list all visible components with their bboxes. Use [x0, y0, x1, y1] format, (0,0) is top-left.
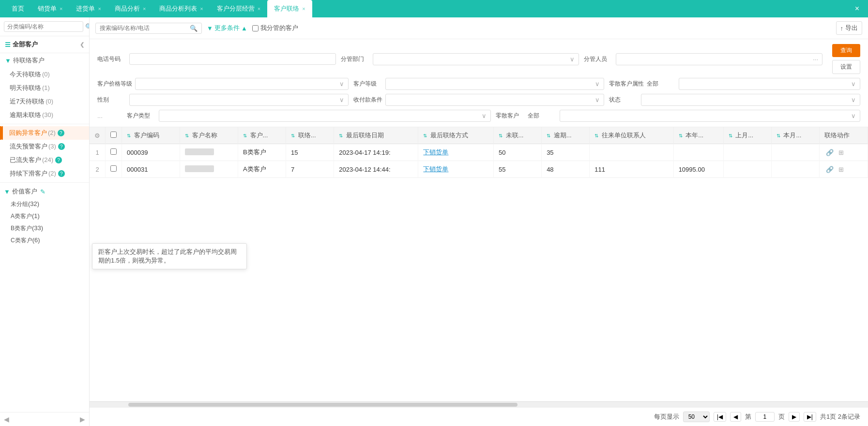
chevron-down-icon-level: ∨: [595, 80, 600, 88]
sidebar-item-declining[interactable]: 持续下滑客户(2) ?: [0, 167, 89, 180]
sidebar-item-c-class[interactable]: C类客户(6): [0, 235, 89, 247]
action-link-icon-1[interactable]: 🔗: [826, 149, 834, 156]
col-this-year: ⇅ 本年...: [673, 127, 723, 144]
info-icon-declining[interactable]: ?: [58, 170, 65, 177]
filter-status: 状态 ∨: [609, 94, 860, 106]
col-last-contact-method: ⇅ 最后联络方式: [418, 127, 494, 144]
close-icon-analysis-list[interactable]: ×: [200, 6, 203, 12]
close-icon-customer-segment[interactable]: ×: [258, 6, 260, 12]
next-page-button[interactable]: ▶: [789, 412, 800, 422]
action-link-icon-2[interactable]: 🔗: [826, 166, 834, 173]
customer-level-select[interactable]: ∨: [385, 78, 605, 90]
filter-phone: 电话号码: [97, 53, 336, 65]
export-button[interactable]: ↑ 导出: [836, 21, 863, 35]
sort-icon-unit: ⇅: [594, 133, 598, 138]
retail-customer-select[interactable]: ∨: [560, 110, 860, 122]
cell-actions-1: 🔗 ⊞: [819, 144, 868, 161]
close-icon-sales[interactable]: ×: [60, 6, 62, 12]
per-page-select[interactable]: 50 20 100: [683, 411, 710, 422]
nav-item-home[interactable]: 首页: [5, 0, 31, 17]
main-search-input[interactable]: [100, 25, 188, 31]
sidebar-item-repurchase-abnormal[interactable]: 回购异常客户(2) ?: [0, 126, 89, 140]
filter-row-1: 电话号码 分管部门 ∨ 分管人员 ···: [97, 44, 860, 74]
value-group-title[interactable]: ▼ 价值客户 ✎: [0, 185, 89, 198]
my-customer-checkbox[interactable]: [252, 25, 259, 31]
sidebar-item-churn-warning[interactable]: 流失预警客户(3) ?: [0, 140, 89, 153]
info-icon-repurchase[interactable]: ?: [58, 130, 64, 136]
more-conditions-button[interactable]: ▼ 更多条件 ▲: [207, 24, 247, 32]
col-uncontacted: ⇅ 未联...: [493, 127, 541, 144]
sidebar-item-a-class[interactable]: A类客户(1): [0, 210, 89, 222]
payment-select[interactable]: ∨: [385, 94, 605, 106]
customer-table: ⚙ ⇅ 客户编码 ⇅ 客户名称: [90, 127, 868, 178]
nav-item-purchase[interactable]: 进货单 ×: [69, 0, 107, 17]
row-checkbox-2[interactable]: [110, 165, 117, 172]
sidebar-group-pending[interactable]: ▼ 待联络客户: [0, 53, 89, 68]
price-level-select[interactable]: ∨: [135, 78, 349, 90]
manager-select[interactable]: ···: [616, 53, 822, 65]
filter-dept: 分管部门 ∨: [341, 53, 579, 65]
nav-item-customer-contact[interactable]: 客户联络 ×: [267, 0, 312, 17]
sort-icon-method: ⇅: [423, 133, 427, 138]
settings-button[interactable]: 设置: [832, 60, 860, 74]
main-search-icon[interactable]: 🔍: [190, 25, 198, 32]
gear-icon-header[interactable]: ⚙: [94, 132, 100, 139]
horizontal-scrollbar[interactable]: [90, 401, 868, 407]
sidebar-search-icon[interactable]: 🔍: [85, 23, 90, 30]
action-grid-icon-2[interactable]: ⊞: [838, 166, 844, 173]
chevron-down-icon-dept: ∨: [570, 56, 575, 63]
sidebar-item-tomorrow[interactable]: 明天待联络(1): [0, 81, 89, 95]
nav-item-customer-segment[interactable]: 客户分层经营 ×: [210, 0, 267, 17]
close-icon-customer-contact[interactable]: ×: [302, 6, 305, 12]
gender-select[interactable]: ∨: [129, 94, 349, 106]
chevron-down-icon-gender: ∨: [339, 96, 344, 103]
sidebar-item-today[interactable]: 今天待联络(0): [0, 68, 89, 81]
select-all-checkbox[interactable]: [110, 132, 117, 138]
col-settings: ⚙: [90, 127, 106, 144]
window-close-button[interactable]: ×: [851, 4, 863, 13]
sort-icon-this-month: ⇅: [777, 133, 780, 138]
info-icon-churned[interactable]: ?: [55, 157, 62, 163]
info-icon-churn-warning[interactable]: ?: [58, 143, 65, 150]
phone-input[interactable]: [129, 53, 336, 65]
sidebar-item-ungrouped[interactable]: 未分组(32): [0, 198, 89, 210]
close-icon-purchase[interactable]: ×: [98, 6, 101, 12]
cell-num-2: 2: [90, 161, 106, 178]
action-grid-icon-1[interactable]: ⊞: [838, 149, 844, 156]
dept-select[interactable]: ∨: [373, 53, 579, 65]
nav-item-analysis[interactable]: 商品分析 ×: [108, 0, 152, 17]
sidebar-right-arrow[interactable]: ▶: [80, 415, 85, 423]
query-button[interactable]: 查询: [832, 44, 860, 57]
retail-attr-select[interactable]: ∨: [679, 78, 860, 90]
table-area: ⚙ ⇅ 客户编码 ⇅ 客户名称: [90, 127, 868, 401]
prev-page-button[interactable]: ◀: [730, 412, 741, 422]
customer-type-select[interactable]: ∨: [159, 110, 491, 122]
sidebar-divider-1: [0, 124, 89, 124]
advanced-filter: 电话号码 分管部门 ∨ 分管人员 ···: [90, 39, 868, 127]
sidebar-search-input[interactable]: [4, 21, 83, 32]
sidebar-item-7days[interactable]: 近7天待联络(0): [0, 95, 89, 108]
row-checkbox-1[interactable]: [110, 148, 117, 155]
all-customers-title[interactable]: ☰ 全部客户 ❮: [0, 36, 89, 53]
first-page-button[interactable]: |◀: [714, 412, 726, 422]
sidebar-item-b-class[interactable]: B类客户(33): [0, 222, 89, 235]
chevron-down-icon-status: ∨: [851, 96, 856, 103]
nav-item-sales[interactable]: 销货单 ×: [31, 0, 69, 17]
link-sales-order-2[interactable]: 下销货单: [423, 165, 448, 173]
close-icon-analysis[interactable]: ×: [143, 6, 146, 12]
sidebar-item-churned[interactable]: 已流失客户(24) ?: [0, 153, 89, 167]
last-page-button[interactable]: ▶|: [804, 412, 816, 422]
status-select[interactable]: ∨: [641, 94, 860, 106]
sidebar-left-arrow[interactable]: ◀: [4, 415, 9, 423]
page-number-input[interactable]: [755, 412, 775, 422]
sidebar-collapse-icon[interactable]: ❮: [80, 42, 84, 48]
sidebar-item-overdue[interactable]: 逾期未联络(30): [0, 108, 89, 122]
chevron-down-icon-payment: ∨: [595, 96, 600, 103]
filter-price-level: 客户价格等级 ∨: [97, 78, 349, 90]
col-contact-count: ⇅ 联络...: [286, 127, 334, 144]
pagination-bar: 每页显示 50 20 100 |◀ ◀ 第 页 ▶ ▶| 共1页 2条记录: [90, 407, 868, 426]
value-group-edit-icon[interactable]: ✎: [40, 188, 46, 195]
link-sales-order-1[interactable]: 下销货单: [423, 148, 448, 156]
filter-bar: 🔍 ▼ 更多条件 ▲ 我分管的客户 ↑ 导出: [90, 17, 868, 39]
nav-item-analysis-list[interactable]: 商品分析列表 ×: [152, 0, 210, 17]
